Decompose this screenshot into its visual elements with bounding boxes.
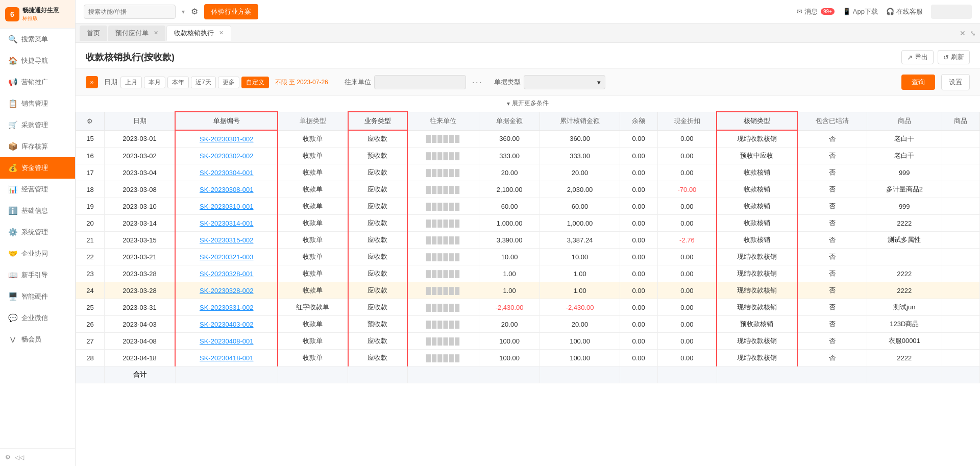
sidebar-settings-btn[interactable]: ⚙	[5, 454, 11, 461]
dropdown-arrow-icon[interactable]: ▾	[182, 8, 185, 15]
td-bill-no[interactable]: SK-20230403-002	[175, 316, 278, 333]
td-biz-type: 应收款	[348, 249, 408, 265]
tab-receipt[interactable]: 收款核销执行 ✕	[166, 26, 231, 41]
query-button[interactable]: 查询	[901, 75, 935, 90]
td-bill-no[interactable]: SK-20230328-001	[175, 265, 278, 282]
gear-icon[interactable]: ⚙	[191, 7, 198, 16]
messages-button[interactable]: ✉ 消息 99+	[797, 7, 835, 16]
custom-date-btn[interactable]: 自定义	[241, 77, 269, 88]
table-row: 252023-03-31SK-20230331-002红字收款单应收款█████…	[76, 299, 980, 316]
td-bill-no[interactable]: SK-20230331-002	[175, 299, 278, 316]
partner-input[interactable]	[374, 75, 466, 89]
tab-prepay-close[interactable]: ✕	[154, 30, 158, 36]
refresh-button[interactable]: ↺ 刷新	[938, 50, 970, 64]
td-goods2	[942, 333, 979, 350]
sidebar-item-purchase[interactable]: 🛒 采购管理	[0, 114, 75, 136]
tab-prepay[interactable]: 预付应付单 ✕	[108, 26, 165, 41]
td-date: 2023-03-31	[104, 299, 175, 316]
td-cumulative: 60.00	[540, 198, 620, 215]
td-bill-no[interactable]: SK-20230315-002	[175, 232, 278, 249]
td-cancel-type: 收款核销	[717, 232, 797, 249]
sidebar-item-quick[interactable]: 🏠 快捷导航	[0, 50, 75, 71]
industry-solution-button[interactable]: 体验行业方案	[204, 4, 258, 19]
bill-type-select[interactable]: ▾	[524, 75, 605, 89]
sidebar-item-finance[interactable]: 💰 资金管理	[0, 157, 75, 179]
sidebar-item-basic[interactable]: ℹ️ 基础信息	[0, 200, 75, 222]
filter-bar: » 日期 上月 本月 本年 近7天 更多 自定义 不限 至 2023-07-26…	[76, 69, 980, 96]
td-discount: 0.00	[657, 350, 717, 366]
td-bill-no[interactable]: SK-20230310-001	[175, 198, 278, 215]
td-goods2	[942, 232, 979, 249]
td-amount: 2,100.00	[479, 181, 540, 198]
td-included: 否	[797, 198, 867, 215]
online-service-button[interactable]: 🎧 在线客服	[886, 7, 923, 16]
table-container[interactable]: ⚙ 日期 单据编号 单据类型 业务类型 往来单位 单据金额 累计核销金额 余额 …	[76, 111, 980, 466]
sidebar-item-hardware[interactable]: 🖥️ 智能硬件	[0, 286, 75, 307]
search-input[interactable]	[84, 5, 176, 19]
sidebar-item-system[interactable]: ⚙️ 系统管理	[0, 222, 75, 243]
td-bill-no[interactable]: SK-20230308-001	[175, 181, 278, 198]
last-7days-btn[interactable]: 近7天	[191, 77, 216, 88]
sidebar-item-search[interactable]: 🔍 搜索菜单	[0, 29, 75, 50]
sidebar-item-guide[interactable]: 📖 新手引导	[0, 264, 75, 286]
tab-expand-button[interactable]: ⤡	[970, 29, 976, 37]
td-biz-type: 应收款	[348, 299, 408, 316]
td-goods1: 多计量商品2	[867, 181, 942, 198]
message-icon: ✉	[797, 8, 802, 15]
sidebar-item-operation[interactable]: 📊 经营管理	[0, 179, 75, 200]
page-title: 收款核销执行(按收款)	[86, 51, 175, 63]
td-cumulative: 100.00	[540, 333, 620, 350]
td-partner: ██████	[407, 164, 479, 181]
td-cumulative: 10.00	[540, 249, 620, 265]
filter-expand-button[interactable]: »	[86, 76, 98, 88]
td-bill-no[interactable]: SK-20230408-001	[175, 333, 278, 350]
this-month-btn[interactable]: 本月	[144, 77, 165, 88]
expand-more-button[interactable]: ▾ 展开更多条件	[507, 99, 549, 108]
td-bill-type: 收款单	[278, 282, 348, 299]
tab-close-all-button[interactable]: ✕	[960, 29, 966, 37]
td-goods1: 2222	[867, 265, 942, 282]
td-bill-no[interactable]: SK-20230302-002	[175, 148, 278, 164]
td-discount: 0.00	[657, 198, 717, 215]
more-dates-btn[interactable]: 更多	[218, 77, 239, 88]
table-row: 282023-04-18SK-20230418-001收款单应收款██████1…	[76, 350, 980, 366]
td-bill-no[interactable]: SK-20230301-002	[175, 130, 278, 148]
td-bill-no[interactable]: SK-20230328-002	[175, 282, 278, 299]
td-bill-no[interactable]: SK-20230314-001	[175, 215, 278, 232]
sidebar-item-marketing[interactable]: 📢 营销推广	[0, 71, 75, 93]
table-row: 162023-03-02SK-20230302-002收款单预收款██████3…	[76, 148, 980, 164]
th-settings[interactable]: ⚙	[76, 112, 105, 130]
sidebar-item-inventory[interactable]: 📦 库存核算	[0, 136, 75, 157]
export-button[interactable]: ↗ 导出	[901, 50, 934, 64]
tab-receipt-close[interactable]: ✕	[219, 30, 224, 36]
td-biz-type: 应收款	[348, 164, 408, 181]
td-discount: 0.00	[657, 249, 717, 265]
tab-home[interactable]: 首页	[80, 26, 107, 41]
td-total-12	[867, 366, 942, 383]
td-cancel-type: 收款核销	[717, 198, 797, 215]
td-biz-type: 应收款	[348, 130, 408, 148]
table-row: 242023-03-28SK-20230328-002收款单应收款██████1…	[76, 282, 980, 299]
last-month-btn[interactable]: 上月	[120, 77, 142, 88]
app-download-button[interactable]: 📱 App下载	[843, 7, 878, 16]
td-goods2	[942, 316, 979, 333]
tabbar: 首页 预付应付单 ✕ 收款核销执行 ✕ ✕ ⤡	[76, 23, 980, 43]
this-year-btn[interactable]: 本年	[167, 77, 189, 88]
headset-icon: 🎧	[886, 8, 894, 15]
sidebar-item-sales[interactable]: 📋 销售管理	[0, 93, 75, 114]
td-bill-no[interactable]: SK-20230304-001	[175, 164, 278, 181]
td-goods2	[942, 249, 979, 265]
sidebar-item-wechat[interactable]: 💬 企业微信	[0, 307, 75, 329]
td-bill-no[interactable]: SK-20230321-003	[175, 249, 278, 265]
td-total-1: 合计	[104, 366, 175, 383]
td-bill-no[interactable]: SK-20230418-001	[175, 350, 278, 366]
system-icon: ⚙️	[8, 228, 17, 237]
sidebar-collapse-btn[interactable]: ◁◁	[15, 454, 24, 461]
inventory-icon: 📦	[8, 142, 17, 151]
settings-button[interactable]: 设置	[941, 74, 970, 90]
vip-icon: V	[8, 335, 17, 344]
td-cancel-type: 收款核销	[717, 215, 797, 232]
sidebar-item-corp[interactable]: 🤝 企业协同	[0, 243, 75, 264]
sidebar-item-vip[interactable]: V 畅会员	[0, 329, 75, 350]
td-partner: ██████	[407, 333, 479, 350]
